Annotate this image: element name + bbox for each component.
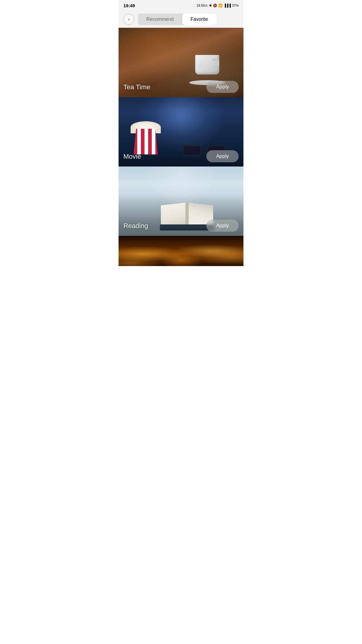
wifi-icon: 📶 [218,4,223,8]
status-icons: 18.5K/c ✱ 🔕 📶 ▐▐▐ 37% [196,4,239,8]
reading-label: Reading [123,222,148,230]
popcorn-container [134,121,158,154]
scene-card-reading: Reading Apply [119,167,243,236]
movie-label: Movie [123,153,141,160]
scenes-list: Tea Time Apply Movie Apply Readin [119,28,243,266]
bluetooth-icon: ✱ [209,4,212,8]
tea-cup-illustration [189,55,225,85]
tea-time-apply-button[interactable]: Apply [206,81,239,93]
popcorn-box-body [134,129,158,154]
status-bar: 19:49 18.5K/c ✱ 🔕 📶 ▐▐▐ 37% [119,0,243,11]
glasses-bridge [202,149,206,150]
book-page-left [161,203,186,227]
nav-bar: ‹ Recommend Favorite [119,11,243,28]
scene-card-movie: Movie Apply [119,97,243,167]
mute-icon: 🔕 [213,4,217,8]
movie-apply-button[interactable]: Apply [206,150,239,162]
book-spine [186,203,189,227]
reading-apply-button[interactable]: Apply [206,220,239,232]
glasses-lens-left [183,145,201,156]
back-arrow-icon: ‹ [128,17,129,22]
battery-icon: 37% [232,4,239,7]
tab-recommend[interactable]: Recommend [138,14,182,25]
scene-card-tea-time: Tea Time Apply [119,28,243,97]
cup-handle [213,59,219,68]
book-cover [160,224,214,230]
tea-time-label: Tea Time [123,83,150,91]
signal-icon: ▐▐▐ [224,4,231,7]
tab-favorite[interactable]: Favorite [182,14,217,25]
network-speed: 18.5K/c [196,4,208,7]
battery-level: 37% [232,4,239,7]
scene-card-bokeh [119,236,243,266]
tab-group: Recommend Favorite [138,14,217,25]
back-button[interactable]: ‹ [123,14,134,25]
status-time: 19:49 [123,3,135,8]
